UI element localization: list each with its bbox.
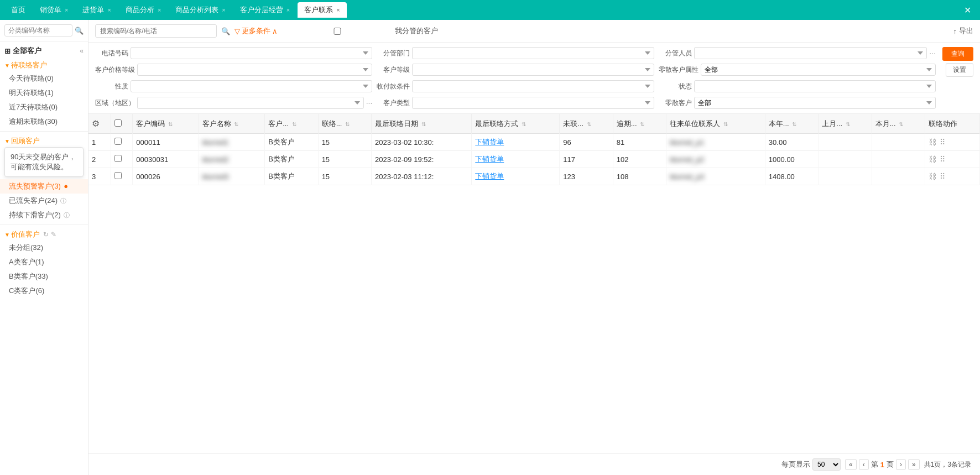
value-edit-icon[interactable]: ✎	[51, 231, 56, 238]
next-page-btn[interactable]: ›	[896, 459, 906, 470]
nav-home[interactable]: 首页	[4, 2, 32, 18]
last-date-sort-icon[interactable]: ⇅	[421, 121, 426, 127]
filter-person: 分管人员 ···	[659, 47, 936, 59]
action-more-icon-1[interactable]: ⠿	[940, 155, 945, 164]
filter-nature-select[interactable]	[131, 80, 372, 92]
last-method-link-2[interactable]: 下销货单	[475, 172, 504, 180]
nav-sales[interactable]: 销货单 ×	[33, 2, 75, 18]
filter-retail-attr-select[interactable]: 全部	[701, 64, 936, 76]
last-method-sort-icon[interactable]: ⇅	[522, 121, 526, 127]
code-sort-icon[interactable]: ⇅	[168, 121, 173, 127]
filter-person-dots[interactable]: ···	[929, 49, 936, 58]
action-more-icon-0[interactable]: ⠿	[940, 138, 945, 147]
row-checkbox-2[interactable]	[114, 172, 122, 179]
filter-region-dots[interactable]: ···	[366, 98, 373, 107]
nav-product-analysis[interactable]: 商品分析 ×	[119, 2, 168, 18]
sidebar-item-b-class[interactable]: B类客户(33)	[0, 269, 88, 284]
overdue-sort-icon[interactable]: ⇅	[640, 121, 644, 127]
filter-region-input[interactable]	[137, 97, 364, 109]
filter-row-1: 电话号码 分管部门 分管人员 ···	[95, 47, 936, 59]
nav-sales-close[interactable]: ×	[65, 7, 68, 13]
my-clients-label[interactable]: 我分管的客户	[282, 26, 438, 36]
select-all-checkbox[interactable]	[114, 119, 122, 127]
sidebar-item-lost[interactable]: 已流失客户(24) ⓘ	[0, 194, 88, 208]
sidebar-item-c-class[interactable]: C类客户(6)	[0, 284, 88, 298]
filter-status-label: 状态	[659, 82, 692, 91]
last-page-btn[interactable]: »	[908, 459, 920, 470]
filter-phone-input[interactable]	[131, 47, 372, 59]
filter-price-level-select[interactable]	[137, 64, 372, 76]
filter-status-select[interactable]	[694, 80, 936, 92]
no-contact-sort-icon[interactable]: ⇅	[587, 121, 591, 127]
filter-arrow: ∧	[272, 27, 278, 35]
filter-client-level-select[interactable]	[412, 64, 654, 76]
sidebar-item-warn[interactable]: 流失预警客户(3) ●	[0, 179, 88, 194]
this-month-sort-icon[interactable]: ⇅	[899, 121, 903, 127]
first-page-btn[interactable]: «	[845, 459, 857, 470]
name-sort-icon[interactable]: ⇅	[234, 121, 238, 127]
export-btn[interactable]: ↑ 导出	[953, 26, 974, 36]
search-input[interactable]	[95, 24, 217, 38]
table-row: 2 00030031 blurred2 B类客户 15 2023-02-09 1…	[88, 151, 980, 168]
prev-page-btn[interactable]: ‹	[859, 459, 869, 470]
td-name-0: blurred1	[199, 134, 264, 151]
th-last-month: 上月... ⇅	[819, 114, 872, 134]
sidebar-group-value[interactable]: ▼ 价值客户 ↻ ✎	[0, 227, 88, 241]
window-close-button[interactable]: ✕	[960, 5, 976, 15]
type-sort-icon[interactable]: ⇅	[292, 121, 296, 127]
sidebar-item-week[interactable]: 近7天待联络(0)	[0, 100, 88, 114]
sidebar-item-overdue[interactable]: 逾期未联络(30)	[0, 114, 88, 129]
sidebar-collapse-btn[interactable]: «	[80, 47, 84, 55]
last-month-sort-icon[interactable]: ⇅	[846, 121, 850, 127]
sidebar: 🔍 ⊞ 全部客户 « ▼ 待联络客户 今天待联络(0) 明天待联络(1) 近7天…	[0, 20, 88, 475]
action-link-icon-1[interactable]: ⛓	[929, 155, 936, 164]
sidebar-search-icon[interactable]: 🔍	[75, 27, 84, 35]
row-checkbox-1[interactable]	[114, 155, 122, 162]
contact-person-sort-icon[interactable]: ⇅	[723, 121, 728, 127]
action-link-icon-2[interactable]: ⛓	[929, 172, 936, 181]
value-arrow: ▼	[4, 232, 10, 238]
action-more-icon-2[interactable]: ⠿	[940, 172, 945, 181]
row-checkbox-0[interactable]	[114, 138, 122, 145]
per-page-select[interactable]: 50 100 200	[812, 458, 841, 471]
settings-button[interactable]: 设置	[946, 63, 973, 77]
table-settings-icon[interactable]: ⚙	[92, 119, 100, 128]
last-method-link-1[interactable]: 下销货单	[475, 155, 504, 163]
sidebar-item-today[interactable]: 今天待联络(0)	[0, 71, 88, 86]
filter-nature: 性质	[95, 80, 372, 92]
nav-client-contact-close[interactable]: ×	[336, 7, 340, 13]
filter-dept-select[interactable]	[412, 47, 654, 59]
nav-product-list-close[interactable]: ×	[222, 7, 225, 13]
sidebar-item-a-class[interactable]: A类客户(1)	[0, 255, 88, 269]
nav-client-layer[interactable]: 客户分层经营 ×	[233, 2, 296, 18]
last-method-link-0[interactable]: 下销货单	[475, 138, 504, 146]
action-link-icon-0[interactable]: ⛓	[929, 138, 936, 147]
filter-payment-select[interactable]	[412, 80, 654, 92]
filter-client-type-select[interactable]	[412, 97, 654, 109]
search-submit-icon[interactable]: 🔍	[221, 27, 230, 35]
nav-client-contact[interactable]: 客户联系 ×	[298, 2, 346, 18]
my-clients-checkbox[interactable]	[282, 28, 393, 35]
value-refresh-icon[interactable]: ↻	[43, 231, 49, 238]
nav-product-analysis-close[interactable]: ×	[158, 7, 161, 13]
filter-row-3: 性质 收付款条件 状态	[95, 80, 936, 92]
th-overdue-label: 逾期...	[617, 119, 637, 128]
nav-purchase-close[interactable]: ×	[107, 7, 111, 13]
sidebar-search-input[interactable]	[4, 24, 72, 36]
more-conditions-btn[interactable]: ▽ 更多条件 ∧	[234, 26, 278, 36]
sidebar-item-declining[interactable]: 持续下滑客户(2) ⓘ	[0, 208, 88, 222]
nav-purchase[interactable]: 进货单 ×	[76, 2, 117, 18]
sidebar-group-lost[interactable]: ▼ 回顾客户	[0, 134, 88, 147]
sidebar-search-area: 🔍	[0, 20, 88, 41]
filter-retail-client-select[interactable]: 全部	[694, 97, 936, 109]
sidebar-item-tomorrow[interactable]: 明天待联络(1)	[0, 86, 88, 100]
nav-client-layer-close[interactable]: ×	[286, 7, 290, 13]
th-type-label: 客户...	[268, 119, 289, 128]
this-year-sort-icon[interactable]: ⇅	[792, 121, 796, 127]
filter-person-input[interactable]	[694, 47, 927, 59]
nav-product-list[interactable]: 商品分析列表 ×	[169, 2, 232, 18]
sidebar-item-ungroup[interactable]: 未分组(32)	[0, 241, 88, 255]
sidebar-group-pending[interactable]: ▼ 待联络客户	[0, 58, 88, 71]
contact-count-sort-icon[interactable]: ⇅	[345, 121, 350, 127]
query-button[interactable]: 查询	[942, 47, 973, 61]
